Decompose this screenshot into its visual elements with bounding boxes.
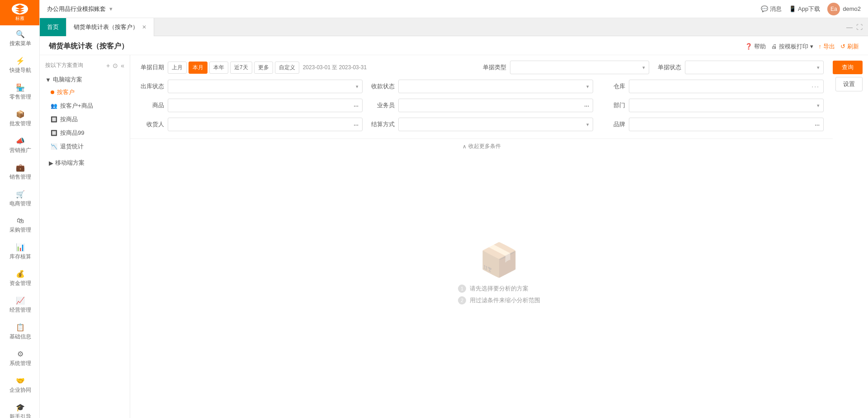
- scheme-item-by-customer[interactable]: 按客户: [40, 86, 130, 99]
- export-btn[interactable]: ↑ 导出: [819, 43, 835, 51]
- warehouse-select[interactable]: ···: [629, 80, 824, 93]
- sidebar-item-finance[interactable]: 💰 资金管理: [0, 265, 39, 292]
- sidebar-item-label: 企业协同: [9, 386, 31, 394]
- out-status-label: 出库状态: [139, 82, 164, 90]
- payment-select[interactable]: ▾: [398, 118, 593, 131]
- out-status-dropdown-icon: ▾: [356, 84, 359, 90]
- sidebar-item-label: 系统管理: [9, 360, 31, 367]
- product-input[interactable]: ···: [168, 99, 363, 112]
- sidebar-item-system[interactable]: ⚙ 系统管理: [0, 345, 39, 372]
- refresh-btn[interactable]: ↺ 刷新: [840, 43, 859, 51]
- tab-sales-stat[interactable]: 销货单统计表（按客户） ✕: [66, 18, 154, 36]
- tab-home-label: 首页: [47, 23, 59, 31]
- department-select[interactable]: ▾: [629, 99, 824, 112]
- collect-status-label: 收款状态: [370, 82, 395, 90]
- help-icon: ❓: [745, 43, 752, 50]
- collapse-label: 收起更多条件: [468, 142, 501, 150]
- type-select[interactable]: ▾: [510, 61, 649, 74]
- mobile-group-arrow: ▶: [49, 160, 53, 166]
- scheme-item-by-product[interactable]: 🔲 按商品: [40, 113, 130, 126]
- brand-label: 品牌: [600, 120, 625, 128]
- finance-icon: 💰: [16, 270, 25, 278]
- sidebar-item-retail[interactable]: 🏪 零售管理: [0, 79, 39, 105]
- product-filter-item: 商品 ···: [139, 99, 363, 112]
- settings-scheme-icon[interactable]: ⊙: [113, 62, 118, 69]
- sidebar-item-operations[interactable]: 📈 经营管理: [0, 292, 39, 318]
- scheme-item-by-product99[interactable]: 🔲 按商品99: [40, 126, 130, 140]
- warehouse-dots: ···: [811, 83, 820, 90]
- sidebar-item-ecommerce[interactable]: 🛒 电商管理: [0, 185, 39, 212]
- sidebar-item-sales[interactable]: 💼 销售管理: [0, 159, 39, 185]
- tab-close-icon[interactable]: ✕: [142, 24, 146, 30]
- scheme-item-by-customer-product[interactable]: 👥 按客户+商品: [40, 99, 130, 113]
- query-button[interactable]: 查询: [833, 61, 863, 74]
- filter-row-2: 出库状态 ▾ 收款状态: [139, 80, 824, 93]
- content-body: 按以下方案查询 + ⊙ « ▼ 电脑端方案 按客户: [40, 55, 868, 418]
- salesperson-input[interactable]: ···: [398, 99, 593, 112]
- collapse-icon: ∧: [462, 143, 467, 150]
- empty-illustration: 📦: [479, 241, 519, 279]
- department-dropdown-icon: ▾: [817, 103, 820, 109]
- tab-sales-stat-label: 销货单统计表（按客户）: [74, 23, 138, 31]
- desktop-group-label: 电脑端方案: [53, 76, 82, 84]
- empty-hint-1: 1 请先选择要分析的方案: [458, 285, 540, 293]
- sidebar-item-inventory[interactable]: 📊 库存核算: [0, 238, 39, 265]
- sidebar-nav: 🔍 搜索菜单 ⚡ 快捷导航 🏪 零售管理 📦 批发管理 📣 营销推广 💼 销售管…: [0, 25, 39, 418]
- date-btn-this-year[interactable]: 本年: [209, 62, 228, 74]
- warehouse-filter-item: 仓库 ···: [600, 80, 824, 93]
- scheme-label: 按商品: [60, 115, 78, 124]
- tab-home[interactable]: 首页: [40, 18, 66, 36]
- out-status-select[interactable]: ▾: [168, 80, 363, 93]
- sidebar-item-search[interactable]: 🔍 搜索菜单: [0, 25, 39, 52]
- sidebar-item-label: 新手引导: [9, 413, 31, 418]
- maximize-icon[interactable]: ⛶: [856, 24, 863, 31]
- sales-icon: 💼: [16, 163, 25, 172]
- filter-panel-icons: + ⊙ «: [106, 62, 124, 69]
- filter-rows-wrapper: 单据日期 上月 本月 本年 近7天 更多 自定义 2023-03-01 至 20…: [130, 55, 833, 138]
- desktop-group-arrow: ▼: [45, 76, 51, 83]
- hint-text-1: 请先选择要分析的方案: [470, 285, 528, 293]
- wholesale-icon: 📦: [16, 110, 25, 119]
- sidebar-item-purchase[interactable]: 🛍 采购管理: [0, 212, 39, 238]
- customer-product-icon: 👥: [51, 103, 57, 109]
- user-profile-btn[interactable]: Ea demo2: [827, 3, 861, 15]
- date-btn-more[interactable]: 更多: [254, 62, 273, 74]
- collect-status-select[interactable]: ▾: [398, 80, 593, 93]
- date-range: 2023-03-01 至 2023-03-31: [303, 64, 367, 71]
- sidebar-item-marketing[interactable]: 📣 营销推广: [0, 132, 39, 159]
- sidebar-item-enterprise[interactable]: 🤝 企业协同: [0, 372, 39, 399]
- collapse-bar[interactable]: ∧ 收起更多条件: [130, 138, 833, 154]
- minimize-icon[interactable]: —: [846, 24, 853, 31]
- sidebar-item-newbie[interactable]: 🎓 新手引导: [0, 399, 39, 418]
- message-btn[interactable]: 💬 消息: [761, 5, 782, 13]
- template-print-btn[interactable]: 🖨 按模板打印 ▾: [771, 43, 813, 51]
- dropdown-icon[interactable]: ▾: [109, 5, 113, 12]
- salesperson-label: 业务员: [370, 101, 395, 109]
- date-btn-custom[interactable]: 自定义: [275, 62, 299, 74]
- type-label: 单据类型: [481, 63, 506, 71]
- mobile-group-header[interactable]: ▶ 移动端方案: [40, 157, 130, 169]
- page-title: 销货单统计表（按客户）: [49, 42, 128, 51]
- empty-hints: 1 请先选择要分析的方案 2 用过滤条件来缩小分析范围: [458, 285, 540, 304]
- desktop-group-header[interactable]: ▼ 电脑端方案: [40, 74, 130, 86]
- app-download-icon: 📱: [789, 5, 796, 12]
- brand-input[interactable]: ···: [629, 118, 824, 131]
- sidebar-item-quick-nav[interactable]: ⚡ 快捷导航: [0, 52, 39, 79]
- app-download-btn[interactable]: 📱 App下载: [789, 5, 820, 13]
- scheme-item-return-stat[interactable]: 📉 退货统计: [40, 140, 130, 153]
- sidebar-item-basic[interactable]: 📋 基础信息: [0, 318, 39, 345]
- date-btn-last-month[interactable]: 上月: [168, 62, 187, 74]
- avatar-initials: Ea: [830, 6, 837, 12]
- date-btn-this-month[interactable]: 本月: [189, 62, 208, 74]
- filter-row-1: 单据日期 上月 本月 本年 近7天 更多 自定义 2023-03-01 至 20…: [139, 61, 824, 74]
- status-select[interactable]: ▾: [685, 61, 824, 74]
- right-area: 单据日期 上月 本月 本年 近7天 更多 自定义 2023-03-01 至 20…: [130, 55, 868, 418]
- product-label: 商品: [139, 101, 164, 109]
- collapse-panel-icon[interactable]: «: [121, 62, 124, 69]
- date-btn-7days[interactable]: 近7天: [230, 62, 252, 74]
- recipient-input[interactable]: ···: [168, 118, 363, 131]
- add-scheme-icon[interactable]: +: [106, 62, 110, 69]
- sidebar-item-wholesale[interactable]: 📦 批发管理: [0, 105, 39, 132]
- help-btn[interactable]: ❓ 帮助: [745, 43, 766, 51]
- settings-button[interactable]: 设置: [835, 77, 863, 91]
